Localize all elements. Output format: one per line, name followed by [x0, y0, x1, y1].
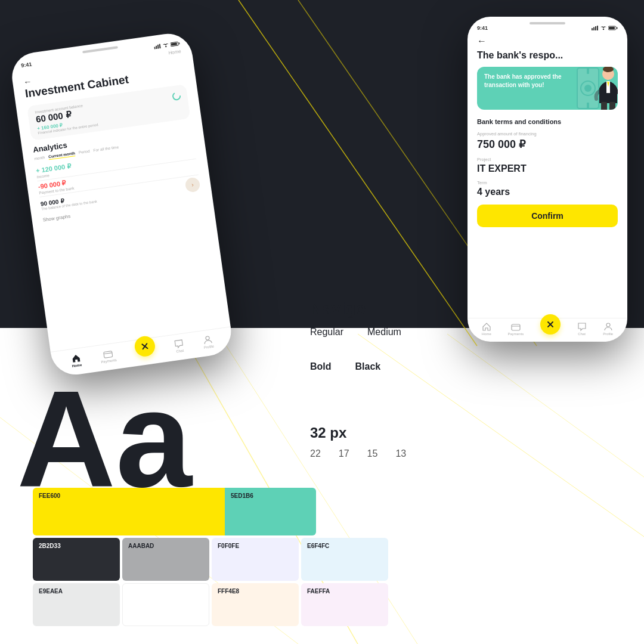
size-17: 17	[339, 448, 349, 459]
svg-rect-40	[587, 68, 589, 74]
swatch-teal: 5ED1B6	[225, 488, 316, 535]
right-nav-home[interactable]: Home	[482, 322, 491, 336]
svg-rect-10	[159, 44, 161, 48]
svg-rect-22	[593, 27, 595, 31]
font-sizes-panel: 32 px 22 17 15 13	[310, 425, 406, 459]
svg-rect-33	[601, 102, 607, 110]
swatch-teal-label: 5ED1B6	[231, 493, 253, 499]
swatch-lightgray: E9EAEA	[33, 583, 120, 626]
amount-label: Approved amount of financing	[477, 131, 618, 137]
size-22: 22	[310, 448, 321, 459]
weight-medium: Medium	[367, 327, 401, 338]
right-nav-chat[interactable]: Chat	[577, 322, 587, 336]
svg-rect-42	[512, 324, 520, 330]
confirm-button[interactable]: Confirm	[477, 205, 618, 227]
right-phone: 9:41 ← The bank's respo... The bank has …	[467, 17, 627, 342]
svg-rect-9	[157, 45, 159, 49]
svg-point-11	[165, 46, 167, 48]
svg-rect-8	[156, 46, 157, 49]
approval-banner: The bank has approved the transaction wi…	[477, 67, 618, 110]
terms-section: Bank terms and conditions Approved amoun…	[477, 118, 618, 232]
banner-text: The bank has approved the transaction wi…	[484, 73, 568, 89]
font-panel: Navigo Regular Medium Bold Black	[310, 299, 401, 382]
svg-rect-21	[592, 28, 593, 30]
project-item: Project IT EXPERT	[477, 157, 618, 174]
svg-rect-28	[617, 27, 618, 29]
weight-black: Black	[355, 361, 381, 372]
project-value: IT EXPERT	[477, 163, 618, 174]
term-value: 4 years	[477, 187, 618, 197]
weight-regular: Regular	[310, 327, 343, 338]
svg-rect-14	[179, 42, 180, 44]
color-palette: FEE600 5ED1B6 2B2D33 AAABAD F0F0FE E6F4F…	[33, 488, 388, 626]
right-nav-payments[interactable]: Payments	[508, 322, 524, 336]
swatch-gray: AAABAD	[122, 538, 209, 581]
svg-rect-41	[587, 103, 589, 109]
svg-rect-34	[609, 102, 615, 110]
swatch-white	[122, 583, 209, 626]
project-label: Project	[477, 157, 618, 162]
svg-line-17	[104, 353, 112, 354]
term-label: Term	[477, 180, 618, 185]
term-item: Term 4 years	[477, 180, 618, 197]
swatch-yellow-label: FEE600	[39, 493, 60, 499]
left-phone-time: 9:41	[21, 61, 32, 69]
base-size-label: 32 px	[310, 425, 346, 441]
svg-rect-23	[595, 26, 596, 30]
font-name-label: Navigo	[310, 299, 401, 318]
safe-icon	[576, 67, 600, 110]
swatch-yellow: FEE600	[33, 488, 225, 535]
amount-value: 750 000 ₽	[477, 138, 618, 151]
svg-point-39	[584, 85, 592, 92]
right-nav-fab[interactable]	[540, 314, 561, 335]
left-nav-fab[interactable]	[133, 335, 156, 357]
left-nav-payments[interactable]: Payments	[100, 348, 117, 364]
svg-point-25	[603, 29, 604, 30]
terms-title: Bank terms and conditions	[477, 118, 618, 125]
svg-point-20	[206, 336, 210, 340]
left-nav-chat[interactable]: Chat	[174, 339, 185, 354]
swatch-lightpurple: F0F0FE	[212, 538, 299, 581]
right-phone-time: 9:41	[477, 25, 488, 31]
typography-display: Aa	[17, 377, 192, 501]
svg-rect-13	[171, 42, 177, 45]
right-phone-back[interactable]: ←	[477, 36, 618, 47]
left-nav-profile[interactable]: Profile	[202, 335, 214, 349]
amount-item: Approved amount of financing 750 000 ₽	[477, 131, 618, 151]
swatch-lightblue: E6F4FC	[301, 538, 388, 581]
svg-rect-24	[597, 26, 598, 30]
font-weights-list: Regular Medium Bold Black	[310, 327, 401, 372]
big-aa-text: Aa	[17, 377, 192, 501]
right-phone-bottom-nav: Home Payments Chat Profile	[467, 318, 627, 336]
swatch-dark: 2B2D33	[33, 538, 120, 581]
swatch-peach: FFF4E8	[212, 583, 299, 626]
right-nav-profile[interactable]: Profile	[603, 322, 613, 336]
weight-bold: Bold	[310, 361, 332, 372]
size-15: 15	[367, 448, 378, 459]
svg-rect-27	[609, 27, 615, 29]
left-phone-home-label: Home	[168, 49, 181, 56]
svg-rect-16	[103, 351, 112, 358]
svg-rect-7	[154, 47, 156, 49]
svg-point-15	[172, 92, 181, 100]
right-phone-title: The bank's respo...	[477, 50, 618, 61]
size-13: 13	[395, 448, 406, 459]
svg-point-46	[606, 323, 610, 327]
swatch-lavender: FAEFFA	[301, 583, 388, 626]
